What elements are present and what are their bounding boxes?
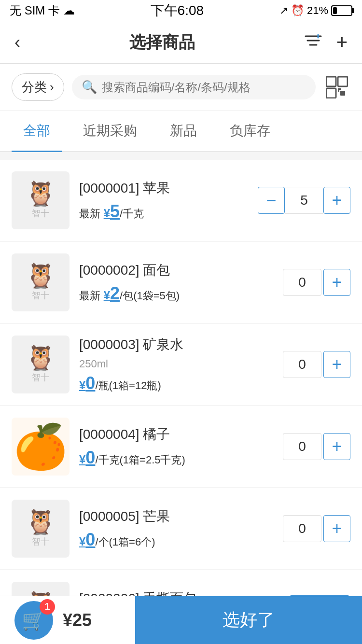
search-box: 🔍 <box>72 75 316 99</box>
product-image: 🍊 <box>12 418 70 476</box>
table-row: 🦉 智十 [0000002] 面包 最新 ¥2/包(1袋=5包) + <box>0 242 362 323</box>
confirm-button[interactable]: 选好了 <box>135 596 362 644</box>
table-row: 🦉 智十 [0000005] 芒果 ¥0/个(1箱=6个) + <box>0 488 362 569</box>
product-name: [0000002] 面包 <box>79 261 273 280</box>
qty-increase-button[interactable]: + <box>323 187 350 214</box>
filter-icon <box>305 33 322 48</box>
product-info: [0000005] 芒果 ¥0/个(1箱=6个) <box>79 507 273 550</box>
nav-icons: + <box>305 31 348 53</box>
cart-total: ¥25 <box>63 610 92 630</box>
status-bar: 无 SIM 卡 ☁ 下午6:08 ↗ ⏰ 21% <box>0 0 362 21</box>
qty-increase-button[interactable]: + <box>323 433 350 460</box>
product-info: [0000004] 橘子 ¥0/千克(1箱=2.5千克) <box>79 425 273 468</box>
product-emoji: 🍊 <box>14 418 68 476</box>
status-right: ↗ ⏰ 21% <box>279 4 352 17</box>
category-button[interactable]: 分类 › <box>12 73 64 101</box>
svg-rect-6 <box>326 88 336 98</box>
owl-icon: 🦉 <box>26 264 56 288</box>
product-image: 🦉 智十 <box>12 253 70 311</box>
owl-icon: 🦉 <box>26 346 56 370</box>
product-price: ¥0/个(1箱=6个) <box>79 530 273 550</box>
product-spec: 250ml <box>79 358 273 370</box>
qty-input[interactable] <box>283 433 321 460</box>
placeholder-image: 🦉 智十 <box>12 171 70 229</box>
battery-icon <box>331 5 352 16</box>
alarm-icon: ⏰ <box>291 4 304 17</box>
cart-badge: 1 <box>40 599 55 615</box>
bottom-bar: 🛒 1 ¥25 选好了 <box>0 596 362 644</box>
product-qty: − + <box>258 187 350 214</box>
owl-icon: 🦉 <box>26 510 56 534</box>
product-qty: + <box>283 515 350 542</box>
cart-area: 🛒 1 ¥25 <box>0 601 135 640</box>
product-qty: + <box>283 269 350 296</box>
svg-rect-9 <box>338 88 339 92</box>
category-chevron-icon: › <box>50 80 54 95</box>
product-price: 最新 ¥2/包(1袋=5包) <box>79 283 273 304</box>
qty-increase-button[interactable]: + <box>323 351 350 378</box>
svg-rect-4 <box>326 77 336 86</box>
product-qty: + <box>283 351 350 378</box>
svg-rect-5 <box>338 77 348 86</box>
qty-increase-button[interactable]: + <box>323 515 350 542</box>
product-info: [0000001] 苹果 最新 ¥5/千克 <box>79 179 248 222</box>
tab-bar: 全部 近期采购 新品 负库存 <box>0 111 362 152</box>
product-name: [0000001] 苹果 <box>79 179 248 197</box>
tab-negative[interactable]: 负库存 <box>218 111 282 152</box>
qty-input[interactable] <box>283 515 321 542</box>
location-icon: ↗ <box>279 4 288 17</box>
battery-percent: 21% <box>307 4 328 17</box>
product-price: 最新 ¥5/千克 <box>79 201 248 222</box>
cart-icon-button[interactable]: 🛒 1 <box>14 601 53 640</box>
filter-button[interactable] <box>305 33 322 52</box>
product-price: ¥0/千克(1箱=2.5千克) <box>79 448 273 468</box>
search-input[interactable] <box>102 81 306 94</box>
qty-input[interactable] <box>283 351 321 378</box>
placeholder-image: 🦉 智十 <box>12 253 70 311</box>
filter-bar: 分类 › 🔍 <box>0 64 362 111</box>
owl-text: 智十 <box>32 208 49 219</box>
svg-rect-7 <box>340 91 345 96</box>
owl-text: 智十 <box>32 290 49 301</box>
product-image: 🦉 智十 <box>12 500 70 558</box>
category-label: 分类 <box>22 79 47 96</box>
product-name: [0000004] 橘子 <box>79 425 273 444</box>
product-image: 🦉 智十 <box>12 336 70 393</box>
battery-fill <box>333 7 337 14</box>
product-info: [0000003] 矿泉水 250ml ¥0/瓶(1箱=12瓶) <box>79 336 273 393</box>
product-name: [0000003] 矿泉水 <box>79 336 273 354</box>
table-row: 🦉 智十 [0000001] 苹果 最新 ¥5/千克 − + <box>0 160 362 241</box>
qty-input[interactable] <box>283 269 321 296</box>
tab-all[interactable]: 全部 <box>12 111 62 152</box>
placeholder-image: 🦉 智十 <box>12 336 70 393</box>
qty-increase-button[interactable]: + <box>323 269 350 296</box>
qty-decrease-button[interactable]: − <box>258 187 285 214</box>
page-title: 选择商品 <box>129 31 195 54</box>
owl-icon: 🦉 <box>26 182 56 206</box>
table-row: 🍊 [0000004] 橘子 ¥0/千克(1箱=2.5千克) + <box>0 406 362 487</box>
product-price: ¥0/瓶(1箱=12瓶) <box>79 373 273 393</box>
scan-button[interactable] <box>323 74 350 101</box>
scan-icon <box>326 76 348 98</box>
add-button[interactable]: + <box>336 31 348 53</box>
product-qty: + <box>283 433 350 460</box>
search-icon: 🔍 <box>82 80 97 95</box>
table-row: 🦉 智十 [0000003] 矿泉水 250ml ¥0/瓶(1箱=12瓶) + <box>0 324 362 405</box>
qty-input[interactable] <box>285 187 323 214</box>
divider <box>0 152 362 160</box>
nav-bar: ‹ 选择商品 + <box>0 21 362 64</box>
tab-new[interactable]: 新品 <box>158 111 209 152</box>
product-info: [0000002] 面包 最新 ¥2/包(1袋=5包) <box>79 261 273 304</box>
product-list: 🦉 智十 [0000001] 苹果 最新 ¥5/千克 − + 🦉 智十 <box>0 160 362 644</box>
tab-recent[interactable]: 近期采购 <box>71 111 149 152</box>
placeholder-image: 🦉 智十 <box>12 500 70 558</box>
product-image: 🦉 智十 <box>12 171 70 229</box>
back-button[interactable]: ‹ <box>14 32 20 53</box>
product-name: [0000005] 芒果 <box>79 507 273 526</box>
owl-text: 智十 <box>32 536 49 547</box>
status-left: 无 SIM 卡 ☁ <box>10 3 75 18</box>
status-time: 下午6:08 <box>151 1 204 20</box>
owl-text: 智十 <box>32 372 49 383</box>
sim-status: 无 SIM 卡 ☁ <box>10 3 75 18</box>
